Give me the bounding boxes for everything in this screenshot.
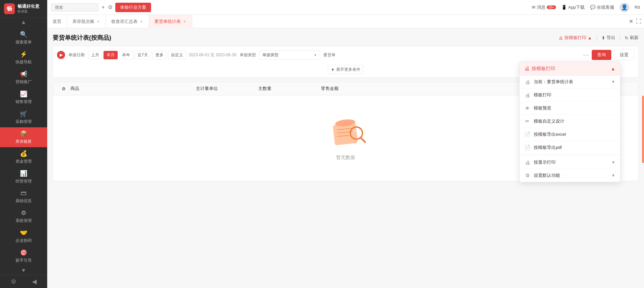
page-title: 要货单统计表(按商品) bbox=[53, 34, 111, 42]
sidebar-item-label: 经营管理 bbox=[16, 179, 32, 184]
empty-text: 暂无数据 bbox=[336, 155, 355, 161]
app-download-btn[interactable]: 📱 App下载 bbox=[561, 4, 585, 10]
sidebar-item-label: 库存核算 bbox=[16, 139, 32, 145]
tab-order-stats[interactable]: 要货单统计表 × bbox=[149, 15, 192, 28]
window-controls: ✕ ⛶ bbox=[626, 18, 644, 25]
filter-expand-icon[interactable]: ▶ bbox=[57, 51, 65, 59]
sidebar-item-operations[interactable]: 📊 经营管理 bbox=[0, 167, 47, 187]
expand-down-icon: ▼ bbox=[331, 67, 335, 72]
expand-more-btn[interactable]: ▼ 展开更多条件 bbox=[328, 65, 363, 74]
query-btn[interactable]: 查询 bbox=[592, 50, 611, 60]
sidebar-item-finance[interactable]: 💰 资金管理 bbox=[0, 147, 47, 167]
order-type-arrow: ▼ bbox=[314, 53, 317, 57]
dropdown-current-template[interactable]: 🖨 当前：要货单统计表 ▼ bbox=[520, 75, 620, 89]
template-print-label: 按模板打印 bbox=[564, 35, 586, 41]
sidebar-item-label: 营销推广 bbox=[16, 79, 32, 85]
date-last-month-btn[interactable]: 上月 bbox=[88, 51, 102, 59]
username[interactable]: Rit bbox=[635, 5, 640, 10]
tabbar: 首页 库存批次账 × 收发存汇总表 × 要货单统计表 × ✕ ⛶ bbox=[47, 15, 644, 28]
settings-footer-icon[interactable]: ⚙ bbox=[11, 278, 16, 285]
dropdown-export-excel[interactable]: 📄 按模板导出excel bbox=[520, 128, 620, 141]
export-label: 导出 bbox=[607, 35, 615, 41]
message-icon: ✉ bbox=[532, 5, 535, 10]
order-type-select[interactable]: 单据类型 ▼ bbox=[259, 51, 320, 60]
th-settings[interactable]: ⚙ bbox=[57, 86, 70, 91]
dropdown-template-preview[interactable]: 👁 模板预览 bbox=[520, 102, 620, 115]
tab-receipt-summary[interactable]: 收发存汇总表 × bbox=[106, 15, 149, 28]
service-icon: 💬 bbox=[590, 5, 595, 10]
experience-btn[interactable]: 体验行业方案 bbox=[115, 3, 151, 12]
guide-icon: 🎯 bbox=[20, 249, 27, 256]
download-icon: 📱 bbox=[561, 5, 567, 10]
tab-receipt-summary-close[interactable]: × bbox=[140, 19, 143, 25]
date-filter-group: 上月 本月 本年 近7天 更多 自定义 2023-06-01 至 2023-06… bbox=[88, 51, 236, 59]
settings-btn[interactable]: 设置 bbox=[614, 50, 634, 60]
message-btn[interactable]: ✉ 消息 99+ bbox=[532, 4, 556, 10]
sidebar-item-label: 销售管理 bbox=[16, 99, 32, 105]
marketing-icon: 📢 bbox=[20, 70, 27, 78]
dropdown-header-arrow[interactable]: ▲ bbox=[611, 66, 615, 71]
fold-sidebar-icon[interactable]: ◀ bbox=[32, 278, 37, 285]
finance-icon: 💰 bbox=[20, 150, 27, 157]
sidebar-scroll-down[interactable]: ▼ bbox=[0, 266, 47, 275]
sidebar-footer: ⚙ ◀ bbox=[0, 275, 47, 288]
page-actions: 🖨 按模板打印 ▲ | ⬆ 导出 | ↻ 刷新 bbox=[559, 35, 639, 41]
template-icon: 🖨 bbox=[524, 79, 530, 85]
message-label: 消息 bbox=[537, 4, 546, 10]
search-icon: 🔍 bbox=[20, 31, 27, 38]
order-type-text: 单据类型 bbox=[262, 52, 279, 58]
dropdown-template-custom[interactable]: ✏ 模板自定义设计 bbox=[520, 115, 620, 128]
date-more-btn[interactable]: 更多 bbox=[152, 51, 167, 59]
app-download-label: App下载 bbox=[568, 4, 585, 10]
sidebar-item-search[interactable]: 🔍 搜索菜单 bbox=[0, 28, 47, 48]
tab-order-stats-close[interactable]: × bbox=[183, 19, 186, 25]
dropdown-current-label: 当前：要货单统计表 bbox=[534, 79, 573, 85]
dropdown-set-default[interactable]: ⚙ 设置默认功能 ▼ bbox=[520, 169, 620, 182]
th-product: 商品 bbox=[70, 86, 196, 92]
export-btn[interactable]: ⬆ 导出 bbox=[602, 35, 615, 41]
date-current-year-btn[interactable]: 本年 bbox=[119, 51, 133, 59]
tab-home[interactable]: 首页 bbox=[47, 15, 67, 28]
refresh-btn[interactable]: ↻ 刷新 bbox=[625, 35, 639, 41]
search-chevron-icon[interactable]: ▼ bbox=[101, 5, 105, 10]
sidebar-item-label: 采购管理 bbox=[16, 119, 32, 125]
date-current-month-btn[interactable]: 本月 bbox=[104, 51, 118, 59]
close-win-icon[interactable]: ✕ bbox=[629, 18, 633, 25]
sidebar-item-inventory[interactable]: 📦 库存核算 bbox=[0, 127, 47, 147]
sidebar-item-label: 系统管理 bbox=[16, 218, 32, 224]
sidebar-item-collab[interactable]: 🤝 企业协同 bbox=[0, 226, 47, 246]
tab-inventory-batch[interactable]: 库存批次账 × bbox=[67, 15, 106, 28]
print-header-icon: 🖨 bbox=[524, 66, 530, 72]
app-badge: 标准版 bbox=[18, 9, 39, 14]
sidebar-scroll-up[interactable]: ▲ bbox=[0, 18, 47, 27]
sidebar-item-sales[interactable]: 📈 销售管理 bbox=[0, 88, 47, 107]
search-input[interactable] bbox=[51, 3, 98, 11]
order-type-label: 单据类型 bbox=[240, 52, 256, 58]
dropdown-display-print[interactable]: 🖨 按显示打印 ▼ bbox=[520, 156, 620, 169]
date-custom-btn[interactable]: 自定义 bbox=[168, 51, 186, 59]
sidebar-item-guide[interactable]: 🎯 新手引导 bbox=[0, 246, 47, 266]
tab-inventory-batch-close[interactable]: × bbox=[96, 19, 100, 25]
th-unit: 主计量单位 bbox=[196, 86, 259, 92]
sidebar-item-purchase[interactable]: 🛒 采购管理 bbox=[0, 107, 47, 127]
template-print-btn[interactable]: 🖨 按模板打印 ▲ bbox=[559, 35, 592, 41]
sidebar-item-marketing[interactable]: 📢 营销推广 bbox=[0, 68, 47, 88]
dropdown-template-print[interactable]: 🖨 模板打印 bbox=[520, 89, 620, 102]
sidebar-item-system[interactable]: ⚙ 系统管理 bbox=[0, 206, 47, 226]
sidebar-item-basic[interactable]: 🗃 基础信息 bbox=[0, 187, 47, 206]
current-template-arrow: ▼ bbox=[611, 79, 615, 84]
tab-home-label: 首页 bbox=[53, 19, 61, 25]
avatar[interactable]: 👤 bbox=[620, 3, 629, 12]
avatar-icon: 👤 bbox=[621, 4, 628, 10]
maximize-win-icon[interactable]: ⛶ bbox=[636, 19, 641, 25]
gear-icon[interactable]: ⚙ bbox=[108, 4, 113, 10]
template-custom-icon: ✏ bbox=[524, 118, 530, 124]
refresh-label: 刷新 bbox=[630, 35, 639, 41]
more-options-icon[interactable]: ⋯ bbox=[583, 51, 589, 59]
dropdown-export-pdf[interactable]: 📄 按模板导出pdf bbox=[520, 141, 620, 154]
date-last-7days-btn[interactable]: 近7天 bbox=[135, 51, 151, 59]
tab-inventory-batch-label: 库存批次账 bbox=[72, 19, 94, 25]
dropdown-template-print-label: 模板打印 bbox=[534, 92, 551, 98]
online-service-btn[interactable]: 💬 在线客服 bbox=[590, 4, 614, 10]
sidebar-item-shortcut[interactable]: ⚡ 快捷导航 bbox=[0, 48, 47, 68]
